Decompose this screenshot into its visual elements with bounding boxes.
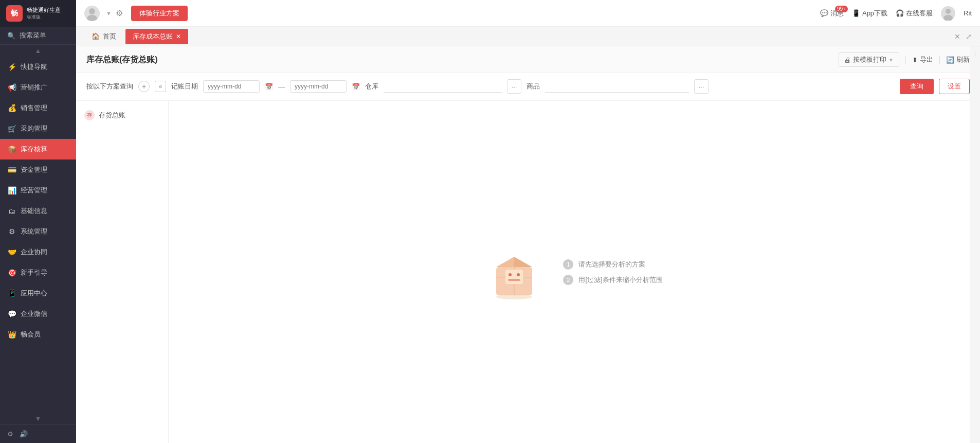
sidebar-item-label: 企业微信	[21, 309, 47, 318]
settings-icon[interactable]: ⚙	[7, 430, 13, 438]
filter-row: 记账日期 📅 — 📅 仓库 ··· 商品 ···	[171, 79, 890, 94]
message-icon: 💬	[820, 9, 828, 17]
export-btn[interactable]: ⬆ 导出	[912, 55, 933, 64]
goods-more-btn[interactable]: ···	[694, 79, 709, 94]
tab-close-right-icon[interactable]: ✕	[954, 32, 960, 41]
empty-state: 1 请先选择要分析的方案 2 用[过滤]条件来缩小分析范围	[169, 101, 980, 443]
sidebar-item-operations[interactable]: 📊 经营管理	[0, 180, 76, 201]
tab-home-label: 首页	[103, 32, 116, 41]
operations-icon: 📊	[7, 186, 16, 195]
query-btn[interactable]: 查询	[900, 79, 934, 94]
sidebar-item-purchase[interactable]: 🛒 采购管理	[0, 118, 76, 139]
sidebar-item-wechat[interactable]: 💬 企业微信	[0, 304, 76, 324]
purchase-icon: 🛒	[7, 124, 16, 133]
warehouse-label: 仓库	[365, 82, 378, 91]
warehouse-input[interactable]	[384, 80, 502, 93]
tab-inventory-label: 库存成本总账	[133, 32, 173, 41]
app-download-btn[interactable]: 📱 App下载	[852, 9, 887, 18]
export-icon: ⬆	[912, 56, 918, 64]
logo-icon: 畅	[6, 5, 23, 22]
home-icon: 🏠	[92, 32, 100, 40]
content-body: 存 存货总账	[76, 101, 980, 443]
goods-label: 商品	[527, 82, 540, 91]
tab-inventory-ledger[interactable]: 库存成本总账 ✕	[125, 29, 188, 44]
search-menu[interactable]: 🔍 搜索菜单	[0, 27, 76, 45]
tab-home[interactable]: 🏠 首页	[84, 29, 123, 44]
dropdown-icon[interactable]: ▼	[106, 10, 112, 16]
scroll-down-btn[interactable]: ▼	[0, 413, 76, 424]
industry-btn[interactable]: 体验行业方案	[131, 6, 188, 21]
sidebar-logo: 畅 畅捷通好生意 标准版	[0, 0, 76, 27]
content-area: 库存总账(存货总账) 🖨 按模板打印 ▼ ⬆ 导出 🔄 刷新	[76, 46, 980, 443]
scheme-item-icon: 存	[84, 110, 95, 120]
goods-input[interactable]	[545, 80, 689, 93]
sidebar-item-base-info[interactable]: 🗂 基础信息	[0, 201, 76, 221]
hint2-text: 用[过滤]条件来缩小分析范围	[578, 275, 662, 285]
topbar-gear-icon[interactable]: ⚙	[116, 8, 123, 18]
sidebar-item-label: 资金管理	[21, 165, 47, 174]
member-icon: 👑	[7, 330, 16, 339]
sidebar-item-quick-nav[interactable]: ⚡ 快捷导航	[0, 57, 76, 77]
settings-btn[interactable]: 设置	[939, 79, 970, 94]
newbie-icon: 🎯	[7, 268, 16, 277]
sidebar-item-app-center[interactable]: 📱 应用中心	[0, 283, 76, 304]
refresh-btn[interactable]: 🔄 刷新	[946, 55, 970, 64]
calendar-end-icon[interactable]: 📅	[352, 83, 360, 91]
date-end-input[interactable]	[290, 80, 347, 93]
tab-close-icon[interactable]: ✕	[176, 33, 181, 40]
refresh-icon: 🔄	[946, 56, 954, 64]
topbar: ▼ ⚙ 体验行业方案 💬 消息 99+ 📱 App下载 🎧 在线客服 Rit	[76, 0, 980, 27]
app-center-icon: 📱	[7, 289, 16, 298]
print-btn[interactable]: 🖨 按模板打印 ▼	[839, 52, 899, 67]
sales-icon: 💰	[7, 103, 16, 113]
main-area: ▼ ⚙ 体验行业方案 💬 消息 99+ 📱 App下载 🎧 在线客服 Rit	[76, 0, 980, 443]
sidebar-item-label: 营销推广	[21, 83, 47, 92]
sidebar-item-cooperation[interactable]: 🤝 企业协同	[0, 242, 76, 262]
sidebar-item-newbie[interactable]: 🎯 新手引导	[0, 262, 76, 283]
svg-marker-8	[514, 257, 532, 267]
print-dropdown-icon[interactable]: ▼	[888, 57, 894, 63]
topbar-user-avatar[interactable]	[941, 6, 955, 21]
right-resize-handle[interactable]: ⋮	[970, 46, 980, 443]
empty-hint-1: 1 请先选择要分析的方案	[563, 259, 662, 270]
phone-icon: 📱	[852, 9, 860, 17]
messages-btn[interactable]: 💬 消息 99+	[820, 9, 844, 18]
marketing-icon: 📢	[7, 83, 16, 92]
warehouse-more-btn[interactable]: ···	[507, 79, 521, 94]
search-icon: 🔍	[7, 32, 15, 40]
topbar-user[interactable]: ▼	[84, 6, 112, 21]
calendar-start-icon[interactable]: 📅	[265, 83, 273, 91]
tab-expand-icon[interactable]: ⤢	[966, 32, 972, 41]
search-label: 搜索菜单	[20, 31, 46, 40]
print-label: 按模板打印	[853, 55, 886, 64]
action-divider	[905, 56, 906, 64]
sidebar-item-member[interactable]: 👑 畅会员	[0, 324, 76, 345]
inventory-icon: 📦	[7, 145, 16, 154]
system-icon: ⚙	[7, 227, 16, 236]
scroll-up-btn[interactable]: ▲	[0, 45, 76, 57]
page-header: 库存总账(存货总账) 🖨 按模板打印 ▼ ⬆ 导出 🔄 刷新	[76, 46, 980, 73]
sidebar-item-label: 企业协同	[21, 247, 47, 257]
export-label: 导出	[920, 55, 933, 64]
sidebar: 畅 畅捷通好生意 标准版 🔍 搜索菜单 ▲ ⚡ 快捷导航 📢 营销推广 💰 销售…	[0, 0, 76, 443]
audio-icon[interactable]: 🔊	[20, 430, 28, 438]
sidebar-nav: ⚡ 快捷导航 📢 营销推广 💰 销售管理 🛒 采购管理 📦 库存核算 💳 资金管…	[0, 57, 76, 413]
sidebar-item-label: 快捷导航	[21, 62, 47, 72]
sidebar-item-inventory[interactable]: 📦 库存核算	[0, 139, 76, 160]
scheme-item-label: 存货总账	[99, 111, 125, 120]
date-start-input[interactable]	[203, 80, 260, 93]
sidebar-item-system[interactable]: ⚙ 系统管理	[0, 221, 76, 242]
filter-add-btn[interactable]: +	[138, 81, 150, 92]
sidebar-item-sales[interactable]: 💰 销售管理	[0, 98, 76, 118]
sidebar-item-marketing[interactable]: 📢 营销推广	[0, 77, 76, 98]
topbar-right: 💬 消息 99+ 📱 App下载 🎧 在线客服 Rit	[820, 6, 972, 21]
filter-collapse-btn[interactable]: «	[155, 81, 166, 92]
online-service-btn[interactable]: 🎧 在线客服	[896, 9, 933, 18]
sidebar-item-finance[interactable]: 💳 资金管理	[0, 160, 76, 180]
app-edition: 标准版	[27, 14, 61, 21]
topbar-left: ▼ ⚙ 体验行业方案	[84, 6, 815, 21]
hint1-text: 请先选择要分析的方案	[578, 260, 645, 269]
scheme-item-inventory[interactable]: 存 存货总账	[76, 106, 168, 125]
tabs-bar: 🏠 首页 库存成本总账 ✕ ✕ ⤢	[76, 27, 980, 46]
svg-rect-11	[505, 270, 523, 284]
